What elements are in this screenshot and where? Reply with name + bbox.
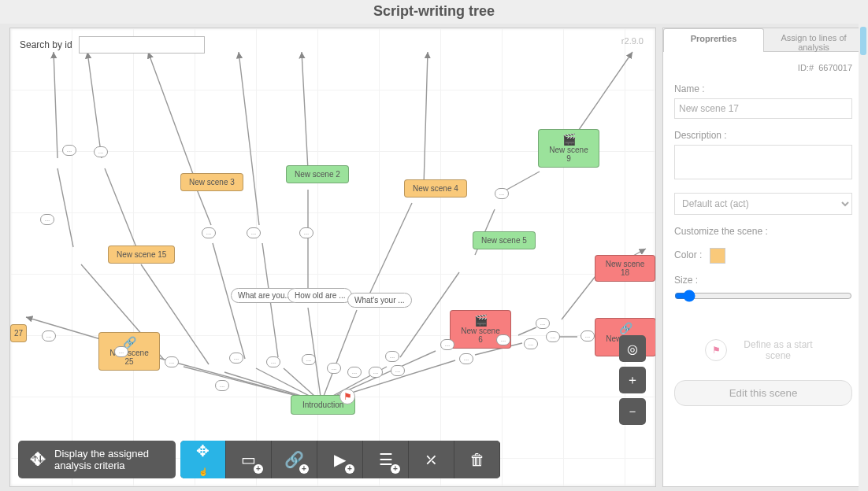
start-flag-icon[interactable] [339, 389, 355, 404]
page-title: Script-writing tree [0, 0, 868, 24]
tool-add-node[interactable]: ▭+ [226, 441, 272, 478]
color-row: Color : [674, 248, 852, 264]
connector-dot[interactable]: ... [114, 346, 128, 357]
connector-dot[interactable]: ... [440, 339, 454, 350]
connector-dot[interactable]: ... [94, 146, 108, 157]
connector-dot[interactable]: ... [40, 214, 54, 225]
tool-add-list[interactable]: ☰+ [363, 441, 409, 478]
node-scene[interactable]: New scene 4 [404, 179, 467, 198]
scroll-thumb[interactable] [860, 27, 866, 55]
connector-dot[interactable]: ... [369, 367, 383, 378]
tool-group: ✥☝ ▭+ 🔗+ ▶+ ☰+ ⤫ 🗑 [180, 441, 500, 478]
search-input[interactable] [79, 36, 205, 54]
connector-dot[interactable]: ... [42, 330, 56, 341]
node-scene[interactable]: New scene 2 [286, 165, 349, 183]
question-node[interactable]: How old are ... [287, 288, 352, 303]
search-label: Search by id [20, 39, 72, 50]
connector-dot[interactable]: ... [302, 354, 316, 365]
connector-dot[interactable]: ... [496, 334, 510, 345]
analysis-icon: ⛖ [29, 449, 46, 470]
node-scene[interactable]: New scene 5 [473, 231, 536, 249]
define-start[interactable]: ⚑ Define as a start scene [674, 339, 852, 361]
name-input[interactable] [674, 98, 852, 119]
connector-dot[interactable]: ... [202, 227, 216, 238]
tab-properties[interactable]: Proprerties [663, 28, 764, 52]
center-button[interactable]: ◎ [619, 335, 646, 362]
connector-dot[interactable]: ... [495, 188, 509, 199]
name-label: Name : [674, 83, 852, 94]
id-row: ID:# 6670017 [674, 63, 852, 72]
connector-dot[interactable]: ... [391, 365, 405, 376]
connector-dot[interactable]: ... [546, 331, 560, 342]
act-select[interactable]: Default act (act) [674, 193, 852, 215]
connector-dot[interactable]: ... [536, 318, 550, 329]
connector-dot[interactable]: ... [327, 363, 341, 374]
connector-dot[interactable]: ... [229, 353, 243, 364]
tool-delete[interactable]: 🗑 [454, 441, 500, 478]
clapper-icon: 🎬 [474, 314, 488, 327]
node-scene[interactable]: New scene 18 [595, 255, 655, 282]
node-scene[interactable]: 🔗New scene 25 [98, 332, 160, 371]
connector-dot[interactable]: ... [524, 338, 538, 349]
connector-dot[interactable]: ... [347, 367, 362, 378]
search-bar: Search by id [20, 36, 205, 54]
connector-dot[interactable]: ... [299, 227, 313, 238]
edit-scene-button[interactable]: Edit this scene [674, 380, 852, 406]
canvas[interactable]: Introduction What are you... How old are… [9, 28, 656, 487]
node-scene[interactable]: 🎬New scene 9 [538, 129, 599, 168]
connector-dot[interactable]: ... [385, 351, 399, 362]
zoom-out-button[interactable]: － [619, 398, 646, 425]
clapper-icon: 🎬 [562, 133, 576, 146]
node-scene[interactable]: New scene 15 [108, 246, 175, 264]
connector-dot[interactable]: ... [215, 380, 229, 391]
color-swatch[interactable] [710, 248, 725, 264]
desc-input[interactable] [674, 145, 852, 179]
customize-label: Customize the scene : [674, 226, 852, 237]
tab-assign[interactable]: Assign to lines of analysis [764, 28, 863, 52]
connector-dot[interactable]: ... [581, 330, 595, 341]
display-criteria-button[interactable]: ⛖ Display the assigned analysis criteria [18, 441, 176, 478]
tool-add-link[interactable]: 🔗+ [272, 441, 317, 478]
size-slider[interactable] [674, 290, 852, 302]
zoom-in-button[interactable]: ＋ [619, 367, 646, 393]
grid [10, 28, 655, 486]
node-scene[interactable]: 27 [10, 324, 27, 342]
version-label: r2.9.0 [621, 36, 644, 46]
desc-label: Description : [674, 130, 852, 141]
scrollbar[interactable] [859, 24, 868, 491]
question-node[interactable]: What's your ... [347, 293, 412, 308]
flag-icon: ⚑ [705, 339, 727, 361]
connector-dot[interactable]: ... [165, 356, 179, 367]
node-scene[interactable]: New scene 3 [180, 173, 243, 191]
size-label: Size : [674, 275, 852, 286]
sidebar: Proprerties Assign to lines of analysis … [662, 28, 864, 487]
tool-unlink[interactable]: ⤫ [409, 441, 454, 478]
connector-dot[interactable]: ... [62, 145, 76, 156]
connector-dot[interactable]: ... [459, 353, 473, 364]
tool-add-video[interactable]: ▶+ [317, 441, 363, 478]
connector-dot[interactable]: ... [266, 356, 280, 367]
connector-dot[interactable]: ... [247, 227, 261, 238]
tool-move[interactable]: ✥☝ [180, 441, 226, 478]
link-icon: 🔗 [619, 322, 632, 334]
